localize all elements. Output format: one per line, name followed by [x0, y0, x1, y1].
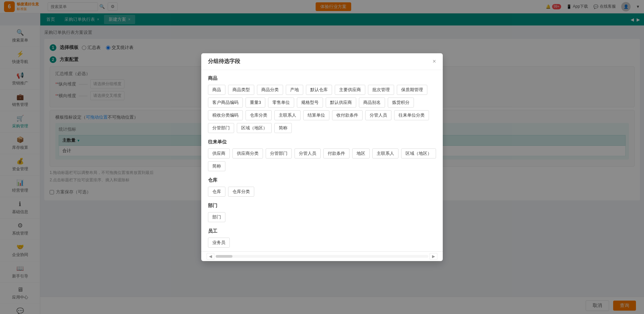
field-tag-dept[interactable]: 部门	[208, 212, 225, 222]
field-tag-refine-points[interactable]: 炼货积分	[388, 98, 414, 108]
field-tag-goods-abbr[interactable]: 简称	[274, 123, 292, 133]
field-tag-warehouse-cat[interactable]: 仓库分类	[228, 187, 254, 197]
field-tag-tax-code[interactable]: 税收分类编码	[208, 110, 243, 120]
scroll-right-button[interactable]: ▶	[430, 253, 437, 260]
field-tag-expiry-mgmt[interactable]: 保质期管理	[397, 85, 427, 95]
field-tag-spec-model[interactable]: 规格型号	[297, 98, 323, 108]
modal-close-button[interactable]: ×	[432, 58, 436, 65]
category-goods-tags: 商品 商品类型 商品分类 产地 默认仓库 主要供应商 批次管理 保质期管理 客户…	[208, 85, 436, 133]
modal-scroll-area: ◀ ▶	[201, 251, 443, 261]
field-tag-main-contact[interactable]: 主联系人	[274, 110, 301, 120]
field-tag-settlement-unit[interactable]: 结算单位	[303, 110, 329, 120]
field-tag-origin[interactable]: 产地	[286, 85, 303, 95]
field-tag-partner-abbr[interactable]: 简称	[208, 161, 225, 171]
category-warehouse-tags: 仓库 仓库分类	[208, 187, 436, 197]
field-tag-payment-condition[interactable]: 付款条件	[323, 148, 350, 159]
scroll-track	[216, 255, 428, 258]
field-tag-warehouse[interactable]: 仓库	[208, 187, 225, 197]
category-dept-title: 部门	[208, 203, 436, 209]
field-tag-batch-mgmt[interactable]: 批次管理	[368, 85, 394, 95]
field-tag-partner-supervisor[interactable]: 分管人员	[294, 148, 321, 159]
category-employee-title: 员工	[208, 228, 436, 234]
field-tag-partner-region[interactable]: 区域（地区）	[401, 148, 436, 159]
category-partner-title: 往来单位	[208, 139, 436, 145]
category-goods: 商品 商品 商品类型 商品分类 产地 默认仓库 主要供应商 批次管理 保质期管理…	[208, 75, 436, 133]
modal-header: 分组待选字段 ×	[201, 53, 443, 70]
field-tag-goods[interactable]: 商品	[208, 85, 225, 95]
field-tag-customer-code[interactable]: 客户商品编码	[208, 98, 243, 108]
field-tag-default-warehouse[interactable]: 默认仓库	[306, 85, 332, 95]
field-tag-partner-contact[interactable]: 主联系人	[372, 148, 398, 159]
field-tag-retail-unit[interactable]: 零售单位	[268, 98, 294, 108]
field-tag-warehouse-category[interactable]: 仓库分类	[246, 110, 272, 120]
field-tag-default-supplier[interactable]: 默认供应商	[326, 98, 356, 108]
field-tag-supplier-category[interactable]: 供应商分类	[232, 148, 263, 159]
scroll-thumb	[216, 255, 232, 258]
field-tag-main-supplier[interactable]: 主要供应商	[335, 85, 365, 95]
field-tag-supervisor[interactable]: 分管人员	[365, 110, 391, 120]
field-tag-supplier[interactable]: 供应商	[208, 148, 230, 159]
category-employee: 员工 业务员	[208, 228, 436, 248]
field-tag-goods-category[interactable]: 商品分类	[257, 85, 283, 95]
category-warehouse: 仓库 仓库 仓库分类	[208, 177, 436, 197]
category-employee-tags: 业务员	[208, 238, 436, 248]
modal-dialog: 分组待选字段 × 商品 商品 商品类型 商品分类 产地 默认仓库 主要供应商 批…	[201, 53, 443, 261]
category-dept: 部门 部门	[208, 203, 436, 222]
field-tag-goods-region[interactable]: 区域（地区）	[237, 123, 272, 133]
field-tag-partner-category[interactable]: 往来单位分类	[394, 110, 429, 120]
field-tag-weight3[interactable]: 重量3	[246, 98, 265, 108]
modal-body: 商品 商品 商品类型 商品分类 产地 默认仓库 主要供应商 批次管理 保质期管理…	[201, 70, 443, 251]
category-partner: 往来单位 供应商 供应商分类 分管部门 分管人员 付款条件 地区 主联系人 区域…	[208, 139, 436, 171]
modal-overlay[interactable]: 分组待选字段 × 商品 商品 商品类型 商品分类 产地 默认仓库 主要供应商 批…	[0, 0, 644, 314]
field-tag-region[interactable]: 地区	[352, 148, 370, 159]
field-tag-goods-type[interactable]: 商品类型	[228, 85, 254, 95]
category-warehouse-title: 仓库	[208, 177, 436, 183]
category-partner-tags: 供应商 供应商分类 分管部门 分管人员 付款条件 地区 主联系人 区域（地区） …	[208, 148, 436, 171]
scroll-left-button[interactable]: ◀	[207, 253, 214, 260]
modal-title: 分组待选字段	[208, 58, 240, 65]
category-dept-tags: 部门	[208, 212, 436, 222]
field-tag-payment-terms[interactable]: 收付款条件	[332, 110, 363, 120]
category-goods-title: 商品	[208, 75, 436, 81]
field-tag-salesperson[interactable]: 业务员	[208, 238, 230, 248]
field-tag-goods-dept[interactable]: 分管部门	[208, 123, 234, 133]
field-tag-partner-dept[interactable]: 分管部门	[266, 148, 292, 159]
field-tag-goods-alias[interactable]: 商品别名	[359, 98, 385, 108]
